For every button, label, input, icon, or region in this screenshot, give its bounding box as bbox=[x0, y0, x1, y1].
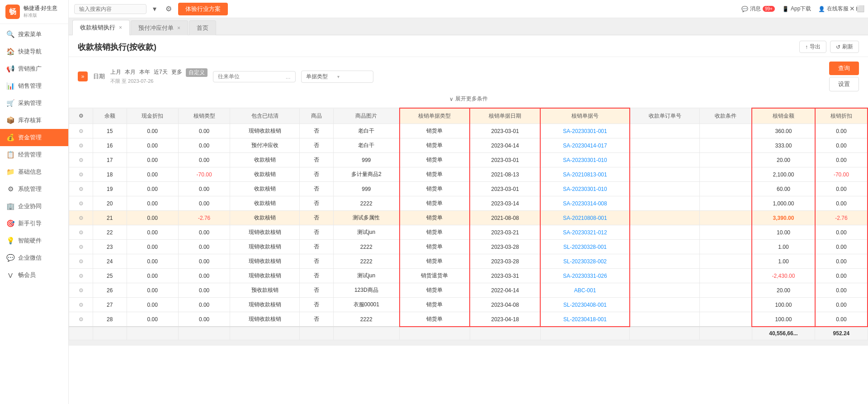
doc-no-link-4[interactable]: SA-20230301-010 bbox=[563, 186, 607, 192]
tab-close-receipt[interactable]: × bbox=[119, 24, 122, 31]
search-input[interactable] bbox=[74, 4, 146, 14]
cell-receipt_condition-6: 3,390.00 bbox=[752, 211, 815, 225]
sidebar-item-wechat[interactable]: 💬企业微信 bbox=[0, 249, 68, 266]
col-header-settings: ⚙ bbox=[69, 108, 93, 124]
cell-settings-4: ⚙ bbox=[69, 182, 93, 196]
sidebar-label-guide: 新手引导 bbox=[18, 219, 42, 228]
doc-no-link-12[interactable]: SL-20230408-001 bbox=[563, 302, 607, 308]
cell-verify_type-1: 预付冲应收 bbox=[230, 138, 300, 153]
message-item[interactable]: 💬 消息 99+ bbox=[741, 5, 775, 13]
cell-verify_doc_type-3: 2021-08-13 bbox=[470, 167, 540, 182]
date-link-7days[interactable]: 近7天 bbox=[154, 68, 168, 77]
row-settings-icon[interactable]: ⚙ bbox=[79, 128, 84, 134]
doc-no-link-11[interactable]: ABC-001 bbox=[574, 287, 596, 294]
sidebar-label-system: 系统管理 bbox=[18, 185, 42, 193]
doc-no-link-13[interactable]: SL-20230418-001 bbox=[563, 316, 607, 323]
filter-expand-btn[interactable]: » bbox=[78, 71, 88, 81]
cell-verify_amount-11: 0.00 bbox=[815, 283, 868, 298]
date-link-custom[interactable]: 自定义 bbox=[186, 68, 208, 77]
sidebar-item-hardware[interactable]: 💡智能硬件 bbox=[0, 232, 68, 249]
horizontal-scrollbar[interactable] bbox=[69, 340, 868, 346]
tab-receipt[interactable]: 收款核销执行× bbox=[72, 20, 130, 35]
filter-settings-btn[interactable]: 设置 bbox=[829, 77, 859, 91]
doc-no-link-8[interactable]: SL-20230328-001 bbox=[563, 244, 607, 250]
doc-no-link-3[interactable]: SA-20210813-001 bbox=[563, 171, 607, 178]
date-link-last-month[interactable]: 上月 bbox=[110, 68, 121, 77]
date-link-this-month[interactable]: 本月 bbox=[125, 68, 136, 77]
sidebar-item-shortcuts[interactable]: 🏠快捷导航 bbox=[0, 43, 68, 60]
cell-seq-0: 15 bbox=[93, 124, 127, 138]
row-settings-icon[interactable]: ⚙ bbox=[79, 258, 84, 265]
settings-icon-btn[interactable]: ⚙ bbox=[163, 4, 175, 14]
table-row: ⚙150.000.00现销收款核销否老白干销货单2023-03-01SA-202… bbox=[69, 124, 868, 138]
sidebar-item-marketing[interactable]: 📢营销推广 bbox=[0, 60, 68, 77]
row-settings-icon[interactable]: ⚙ bbox=[79, 215, 84, 221]
sidebar-item-basic[interactable]: 📁基础信息 bbox=[0, 163, 68, 181]
row-settings-icon[interactable]: ⚙ bbox=[79, 229, 84, 236]
sidebar-item-search[interactable]: 🔍搜索菜单 bbox=[0, 26, 68, 43]
maximize-btn[interactable]: ⬜ bbox=[857, 5, 864, 12]
dropdown-btn[interactable]: ▾ bbox=[150, 4, 159, 14]
row-settings-icon[interactable]: ⚙ bbox=[79, 244, 84, 250]
sidebar-item-purchase[interactable]: 🛒采购管理 bbox=[0, 95, 68, 112]
cell-verify_amount-3: -70.00 bbox=[815, 167, 868, 182]
footer-cell-goods_image bbox=[400, 327, 470, 340]
date-link-more[interactable]: 更多 bbox=[171, 68, 182, 77]
doc-no-link-6[interactable]: SA-20210808-001 bbox=[563, 215, 607, 221]
cell-verify_type-5: 收款核销 bbox=[230, 196, 300, 211]
cell-goods_image-6: 销货单 bbox=[400, 211, 470, 225]
row-settings-icon[interactable]: ⚙ bbox=[79, 186, 84, 192]
row-settings-icon[interactable]: ⚙ bbox=[79, 302, 84, 308]
sidebar-item-operations[interactable]: 📋经营管理 bbox=[0, 146, 68, 163]
sidebar-item-sales[interactable]: 📊销售管理 bbox=[0, 77, 68, 95]
row-settings-icon[interactable]: ⚙ bbox=[79, 273, 84, 279]
export-btn[interactable]: ↑ 导出 bbox=[799, 41, 826, 53]
sidebar-item-inventory[interactable]: 📦库存核算 bbox=[0, 112, 68, 129]
footer-cell-receipt_condition: 40,556,66... bbox=[752, 327, 815, 340]
sidebar-item-system[interactable]: ⚙系统管理 bbox=[0, 181, 68, 198]
sidebar-item-finance[interactable]: 💰资金管理 bbox=[0, 129, 68, 146]
cell-goods-6: 测试多属性 bbox=[333, 211, 399, 225]
doc-no-link-0[interactable]: SA-20230301-001 bbox=[563, 128, 607, 134]
sidebar-item-member[interactable]: V畅会员 bbox=[0, 266, 68, 284]
table-row: ⚙220.000.00现销收款核销否测试jun销货单2023-03-21SA-2… bbox=[69, 225, 868, 240]
close-window-btn[interactable]: ✕ bbox=[849, 5, 855, 12]
tab-close-prepay[interactable]: × bbox=[177, 25, 180, 31]
cell-receipt_condition-3: 2,100.00 bbox=[752, 167, 815, 182]
table-row: ⚙250.000.00现销收款核销否测试jun销货退货单2023-03-31SA… bbox=[69, 269, 868, 283]
cell-receipt_order_no-11 bbox=[700, 283, 752, 298]
cell-settings-1: ⚙ bbox=[69, 138, 93, 153]
row-settings-icon[interactable]: ⚙ bbox=[79, 316, 84, 323]
date-link-this-year[interactable]: 本年 bbox=[139, 68, 150, 77]
cell-goods_image-0: 销货单 bbox=[400, 124, 470, 138]
sidebar-item-guide[interactable]: 🎯新手引导 bbox=[0, 215, 68, 232]
tab-home[interactable]: 首页 bbox=[189, 20, 216, 35]
trading-unit-dots[interactable]: ... bbox=[286, 73, 291, 80]
cell-receipt_order_no-13 bbox=[700, 312, 752, 327]
row-settings-icon[interactable]: ⚙ bbox=[79, 143, 84, 149]
online-service-item[interactable]: 👤 在线客服 bbox=[818, 5, 849, 13]
refresh-btn[interactable]: ↺ 刷新 bbox=[830, 41, 859, 53]
receipt-type-select[interactable]: 单据类型 ▾ bbox=[301, 71, 373, 83]
cell-seq-4: 19 bbox=[93, 182, 127, 196]
cell-included_settled-10: 否 bbox=[300, 269, 334, 283]
trading-unit-input[interactable] bbox=[218, 73, 286, 80]
cell-goods_image-10: 销货退货单 bbox=[400, 269, 470, 283]
doc-no-link-9[interactable]: SL-20230328-002 bbox=[563, 258, 607, 265]
expand-more-btn[interactable]: ∨ 展开更多条件 bbox=[449, 95, 488, 103]
cell-goods_image-11: 销货单 bbox=[400, 283, 470, 298]
query-btn[interactable]: 查询 bbox=[829, 62, 859, 75]
doc-no-link-1[interactable]: SA-20230414-017 bbox=[563, 143, 607, 149]
tab-prepay[interactable]: 预付冲应付单× bbox=[131, 20, 188, 35]
row-settings-icon[interactable]: ⚙ bbox=[79, 157, 84, 163]
doc-no-link-10[interactable]: SA-20230331-026 bbox=[563, 273, 607, 279]
solution-btn[interactable]: 体验行业方案 bbox=[178, 3, 228, 15]
row-settings-icon[interactable]: ⚙ bbox=[79, 200, 84, 207]
row-settings-icon[interactable]: ⚙ bbox=[79, 287, 84, 294]
doc-no-link-5[interactable]: SA-20230314-008 bbox=[563, 200, 607, 207]
row-settings-icon[interactable]: ⚙ bbox=[79, 171, 84, 178]
doc-no-link-2[interactable]: SA-20230301-010 bbox=[563, 157, 607, 163]
sidebar-item-enterprise[interactable]: 🏢企业协同 bbox=[0, 198, 68, 215]
app-download-item[interactable]: 📱 App下载 bbox=[782, 5, 811, 13]
doc-no-link-7[interactable]: SA-20230321-012 bbox=[563, 229, 607, 236]
